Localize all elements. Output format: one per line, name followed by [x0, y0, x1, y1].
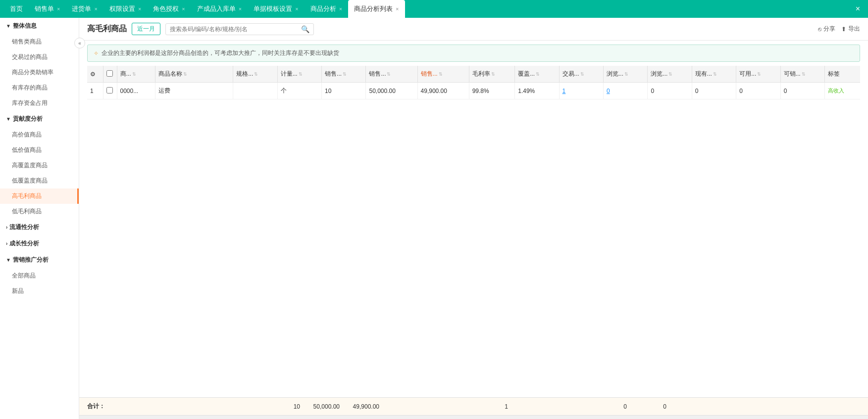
- tab-product-in[interactable]: 产成品入库单 ×: [191, 0, 248, 18]
- sidebar-item-in-stock[interactable]: 有库存的商品: [0, 80, 79, 95]
- sidebar-item-high-value[interactable]: 高价值商品: [0, 127, 79, 142]
- sidebar-item-category-rate[interactable]: 商品分类助销率: [0, 65, 79, 80]
- sidebar-item-low-value[interactable]: 低价值商品: [0, 142, 79, 158]
- col-browse2[interactable]: 浏览...⇅: [648, 66, 692, 83]
- tab-analysis[interactable]: 商品分析 ×: [305, 0, 348, 18]
- footer-sales-profit: 49,900.00: [343, 403, 382, 410]
- footer-sales-qty-val: 10: [263, 403, 303, 410]
- col-settings[interactable]: ⚙: [87, 66, 103, 83]
- horizontal-scrollbar[interactable]: [79, 415, 868, 419]
- col-gross-margin[interactable]: 毛利率⇅: [469, 66, 515, 83]
- sidebar-item-stock-capital[interactable]: 库存资金占用: [0, 95, 79, 111]
- cell-tag: 高收入: [825, 83, 860, 99]
- cell-coverage: 1.49%: [515, 83, 559, 99]
- sort-icon-browse2: ⇅: [668, 72, 672, 77]
- sidebar-item-low-margin[interactable]: 低毛利商品: [0, 204, 79, 219]
- table-header-row: ⚙ 商...⇅ 商品名称⇅ 规格...⇅ 计量...⇅ 销售...⇅ 销售...…: [87, 66, 860, 83]
- sidebar-group-marketing[interactable]: ▼ 营销推广分析: [0, 252, 79, 268]
- search-icon[interactable]: 🔍: [301, 25, 309, 33]
- sidebar-group-liquidity[interactable]: › 流通性分析: [0, 219, 79, 235]
- cell-browse1[interactable]: 0: [604, 83, 648, 99]
- sidebar-item-new-goods[interactable]: 新品: [0, 283, 79, 299]
- sidebar-item-sales-goods[interactable]: 销售类商品: [0, 34, 79, 49]
- col-available[interactable]: 可用...⇅: [736, 66, 780, 83]
- cell-index: 1: [87, 83, 103, 99]
- tab-role-close[interactable]: ×: [182, 6, 185, 12]
- tab-sales-label: 销售单: [35, 4, 54, 13]
- sort-icon-sales-amount: ⇅: [387, 72, 391, 77]
- tab-template-close[interactable]: ×: [295, 6, 298, 12]
- close-all-tabs[interactable]: ×: [852, 4, 864, 13]
- cell-sales-profit: 49,900.00: [417, 83, 469, 99]
- search-input[interactable]: [170, 26, 301, 33]
- sidebar-group-liquidity-label: 流通性分析: [9, 223, 39, 232]
- arrow-growth: ›: [6, 241, 7, 246]
- col-spec[interactable]: 规格...⇅: [233, 66, 277, 83]
- col-sales-profit[interactable]: 销售...⇅: [417, 66, 469, 83]
- tab-analysis-list-close[interactable]: ×: [396, 6, 399, 12]
- cell-transaction[interactable]: 1: [559, 83, 603, 99]
- sidebar-group-overall[interactable]: ▼ 整体信息: [0, 18, 79, 34]
- sidebar-group-growth[interactable]: › 成长性分析: [0, 235, 79, 252]
- arrow-contribution: ▼: [6, 116, 11, 122]
- sort-icon-code: ⇅: [132, 72, 136, 77]
- cell-code: 0000...: [117, 83, 155, 99]
- sidebar-group-contribution[interactable]: ▼ 贡献度分析: [0, 111, 79, 127]
- tab-purchase[interactable]: 进货单 ×: [66, 0, 103, 18]
- share-label: 分享: [823, 25, 835, 33]
- row-checkbox[interactable]: [106, 87, 113, 93]
- tab-purchase-close[interactable]: ×: [94, 6, 97, 12]
- sidebar-wrapper: ▼ 整体信息 销售类商品 交易过的商品 商品分类助销率 有库存的商品 库存资金占…: [0, 18, 79, 419]
- share-icon: ⎋: [818, 26, 821, 33]
- tab-sales-close[interactable]: ×: [57, 6, 60, 12]
- col-sellable[interactable]: 可销...⇅: [780, 66, 824, 83]
- tab-sales[interactable]: 销售单 ×: [29, 0, 66, 18]
- tab-product-in-close[interactable]: ×: [239, 6, 242, 12]
- sidebar-item-high-coverage[interactable]: 高覆盖度商品: [0, 158, 79, 173]
- col-sales-qty[interactable]: 销售...⇅: [322, 66, 366, 83]
- col-checkbox[interactable]: [103, 66, 117, 83]
- sort-icon-available: ⇅: [757, 72, 761, 77]
- sidebar-group-marketing-label: 营销推广分析: [13, 256, 49, 264]
- tab-home-label: 首页: [10, 4, 23, 13]
- content-header: 高毛利商品 近一月 🔍 ⎋ 分享 ⬆ 导出: [79, 18, 868, 41]
- sort-icon-unit: ⇅: [299, 72, 303, 77]
- sidebar-collapse-button[interactable]: «: [74, 38, 85, 48]
- tab-analysis-list[interactable]: 商品分析列表 ×: [348, 0, 405, 18]
- date-filter-button[interactable]: 近一月: [132, 23, 160, 35]
- share-button[interactable]: ⎋ 分享: [818, 25, 835, 33]
- sidebar-item-high-margin[interactable]: 高毛利商品: [0, 188, 79, 204]
- page-title: 高毛利商品: [87, 24, 127, 34]
- cell-name: 运费: [155, 83, 233, 99]
- col-sales-amount[interactable]: 销售...⇅: [366, 66, 417, 83]
- col-current-stock[interactable]: 现有...⇅: [692, 66, 736, 83]
- cell-sales-qty: 10: [322, 83, 366, 99]
- col-tag[interactable]: 标签: [825, 66, 860, 83]
- tab-template[interactable]: 单据模板设置 ×: [248, 0, 304, 18]
- sidebar-item-traded-goods[interactable]: 交易过的商品: [0, 49, 79, 65]
- tab-role[interactable]: 角色授权 ×: [147, 0, 191, 18]
- col-unit[interactable]: 计量...⇅: [277, 66, 321, 83]
- browse1-link[interactable]: 0: [607, 88, 610, 94]
- sidebar-item-all-goods[interactable]: 全部商品: [0, 268, 79, 283]
- tab-analysis-close[interactable]: ×: [339, 6, 342, 12]
- export-button[interactable]: ⬆ 导出: [841, 25, 860, 33]
- export-label: 导出: [848, 25, 860, 33]
- col-transaction[interactable]: 交易...⇅: [559, 66, 603, 83]
- top-navigation: 首页 销售单 × 进货单 × 权限设置 × 角色授权 × 产成品入库单 × 单据…: [0, 0, 868, 18]
- info-banner-text: 企业的主要的利润都是这部分商品创造的，可考虑加大推广，同时关注库存是不要出现缺货: [102, 49, 339, 57]
- tab-permission[interactable]: 权限设置 ×: [103, 0, 147, 18]
- footer-transaction: 1: [471, 403, 511, 410]
- cell-checkbox[interactable]: [103, 83, 117, 99]
- col-code[interactable]: 商...⇅: [117, 66, 155, 83]
- col-browse1[interactable]: 浏览...⇅: [604, 66, 648, 83]
- transaction-link[interactable]: 1: [562, 88, 566, 94]
- col-coverage[interactable]: 覆盖...⇅: [515, 66, 559, 83]
- tab-permission-close[interactable]: ×: [138, 6, 141, 12]
- tab-home[interactable]: 首页: [4, 0, 29, 18]
- sidebar-item-low-coverage[interactable]: 低覆盖度商品: [0, 173, 79, 188]
- sort-icon-sales-profit: ⇅: [439, 72, 443, 77]
- select-all-checkbox[interactable]: [106, 70, 113, 77]
- col-name[interactable]: 商品名称⇅: [155, 66, 233, 83]
- sort-icon-transaction: ⇅: [580, 72, 584, 77]
